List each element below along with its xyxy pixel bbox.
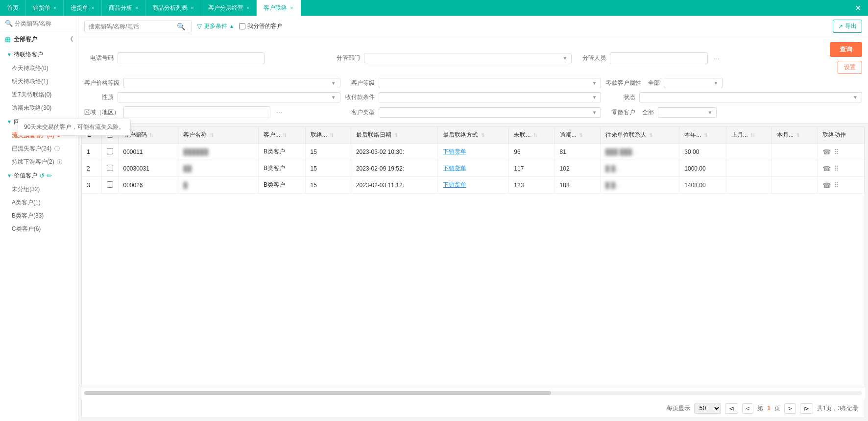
tab-close-customer-segment[interactable]: ×	[246, 5, 249, 11]
scroll-thumb[interactable]	[84, 391, 551, 395]
person-input[interactable]	[610, 52, 708, 64]
status-chevron-icon: ▼	[853, 95, 858, 100]
sidebar-item-today[interactable]: 今天待联络(0)	[0, 62, 78, 75]
sidebar-search-input[interactable]	[15, 20, 73, 27]
data-table: ⚙ 客户编码 ⇅ 客户名称 ⇅	[82, 127, 865, 194]
col-last-month[interactable]: 上月... ⇅	[726, 127, 772, 144]
gender-select[interactable]: ▼	[118, 92, 340, 102]
price-level-select[interactable]: ▼	[123, 78, 340, 88]
col-unit-contact[interactable]: 往来单位联系人 ⇅	[600, 127, 679, 144]
sidebar-item-overdue-contact[interactable]: 逾期未联络(30)	[0, 101, 78, 115]
contact-method-link[interactable]: 下销货单	[443, 148, 466, 155]
type-select[interactable]: ▼	[379, 107, 602, 118]
cell-code: 000026	[118, 177, 178, 194]
col-name[interactable]: 客户名称 ⇅	[178, 127, 259, 144]
row-action-contact-icon[interactable]: ☎	[822, 181, 831, 189]
cell-unit-contact: ███ ███...	[600, 144, 679, 160]
next-page-button[interactable]: >	[784, 403, 796, 414]
tab-sales-order[interactable]: 销货单 ×	[26, 0, 64, 16]
col-overdue[interactable]: 逾期... ⇅	[555, 127, 600, 144]
sidebar-item-tomorrow[interactable]: 明天待联络(1)	[0, 75, 78, 88]
person-more-icon[interactable]: ···	[714, 54, 720, 62]
sidebar-item-class-a[interactable]: A类客户(1)	[0, 196, 78, 209]
region-input[interactable]	[123, 106, 270, 118]
sidebar-group-header-value[interactable]: ▼ 价值客户 ↺ ✏	[0, 169, 78, 183]
tab-close-customer-contact[interactable]: ×	[290, 5, 293, 11]
sidebar-item-churned[interactable]: 已流失客户(24) ⓘ	[0, 142, 78, 155]
col-this-month[interactable]: 本月... ⇅	[772, 127, 818, 144]
settings-button[interactable]: 设置	[838, 61, 862, 74]
cell-overdue: 108	[555, 177, 600, 194]
filter-field-dept: 分管部门 ▼	[331, 53, 572, 63]
sidebar-item-unclassified[interactable]: 未分组(32)	[0, 183, 78, 196]
cell-name: ██████	[178, 144, 259, 160]
sidebar-all-customers[interactable]: ⊞ 全部客户 《	[0, 31, 78, 48]
arrow-icon-problem: ▼	[7, 119, 12, 124]
tab-home[interactable]: 首页	[0, 0, 26, 16]
region-more-icon[interactable]: ···	[276, 108, 282, 116]
horizontal-scrollbar[interactable]	[84, 391, 862, 395]
col-last-contact-date[interactable]: 最后联络日期 ⇅	[351, 127, 437, 144]
tab-purchase-order[interactable]: 进货单 ×	[64, 0, 101, 16]
tab-close-product-analysis-list[interactable]: ×	[191, 5, 193, 11]
my-customers-checkbox[interactable]	[239, 23, 245, 29]
dept-select[interactable]: ▼	[364, 53, 572, 63]
window-close-button[interactable]: ✕	[848, 3, 868, 13]
payment-select[interactable]: ▼	[379, 92, 602, 102]
col-type[interactable]: 客户... ⇅	[259, 127, 306, 144]
phone-input[interactable]	[118, 52, 265, 64]
tab-close-sales-order[interactable]: ×	[53, 5, 56, 11]
col-contact[interactable]: 联络... ⇅	[305, 127, 351, 144]
export-button[interactable]: ↗ 导出	[833, 20, 862, 33]
filter-field-zero-attr: 零款客户属性 全部 ▼	[606, 78, 862, 88]
sidebar-item-class-c[interactable]: C类客户(6)	[0, 223, 78, 236]
query-button[interactable]: 查询	[830, 42, 862, 57]
search-input[interactable]	[89, 23, 177, 30]
more-conditions-btn[interactable]: ▽ 更多条件 ▲	[197, 22, 234, 30]
edit-icon[interactable]: ✏	[47, 172, 52, 179]
contact-method-link[interactable]: 下销货单	[443, 181, 466, 188]
sidebar-item-class-b[interactable]: B类客户(33)	[0, 209, 78, 223]
cell-last-contact-date: 2023-02-09 19:52:	[351, 160, 437, 177]
sidebar-group-header-pending[interactable]: ▼ 待联络客户	[0, 48, 78, 62]
my-customers-checkbox-label[interactable]: 我分管的客户	[239, 22, 283, 30]
cell-uncontacted: 96	[509, 144, 555, 160]
filter-row-3: 性质 ▼ 收付款条件 ▼ 状态	[84, 92, 862, 102]
last-page-button[interactable]: ⊳	[800, 403, 813, 414]
sidebar-search-container: 🔍	[0, 16, 78, 31]
col-uncontacted[interactable]: 未联... ⇅	[509, 127, 555, 144]
zero-customer-select[interactable]: ▼	[658, 107, 717, 118]
payment-chevron-icon: ▼	[592, 95, 597, 100]
search-icon[interactable]: 🔍	[177, 23, 185, 30]
first-page-button[interactable]: ⊲	[725, 403, 738, 414]
tab-close-product-analysis[interactable]: ×	[135, 5, 138, 11]
status-select[interactable]: ▼	[639, 92, 862, 102]
refresh-icon[interactable]: ↺	[39, 172, 45, 179]
tab-customer-segment[interactable]: 客户分层经营 ×	[201, 0, 257, 16]
tab-product-analysis[interactable]: 商品分析 ×	[102, 0, 145, 16]
row-action-more-icon[interactable]: ⠿	[834, 165, 839, 173]
row-checkbox-2[interactable]	[107, 181, 113, 188]
col-last-contact-method[interactable]: 最后联络方式 ⇅	[438, 127, 509, 144]
col-this-year[interactable]: 本年... ⇅	[679, 127, 726, 144]
page-size-select[interactable]: 50 100 200	[694, 403, 721, 414]
tab-product-analysis-list[interactable]: 商品分析列表 ×	[145, 0, 201, 16]
sidebar-search-icon: 🔍	[5, 20, 13, 27]
row-checkbox-1[interactable]	[107, 165, 113, 171]
contact-method-link[interactable]: 下销货单	[443, 165, 466, 172]
row-action-more-icon[interactable]: ⠿	[834, 148, 839, 156]
row-action-contact-icon[interactable]: ☎	[822, 165, 831, 173]
row-action-more-icon[interactable]: ⠿	[834, 181, 839, 189]
table-row: 1 000011 ██████ B类客户 15 2023-03-02 10:30…	[82, 144, 865, 160]
row-action-contact-icon[interactable]: ☎	[822, 148, 831, 156]
prev-page-button[interactable]: <	[742, 403, 754, 414]
sidebar-item-7days[interactable]: 近7天待联络(0)	[0, 88, 78, 101]
level-select[interactable]: ▼	[379, 78, 602, 88]
row-checkbox-0[interactable]	[107, 148, 113, 154]
sidebar-item-declining[interactable]: 持续下滑客户(2) ⓘ	[0, 155, 78, 169]
zero-attr-select[interactable]: ▼	[664, 78, 723, 88]
cell-this-year: 1000.00	[679, 160, 726, 177]
type-chevron-icon: ▼	[592, 110, 597, 115]
tab-close-purchase-order[interactable]: ×	[91, 5, 94, 11]
tab-customer-contact[interactable]: 客户联络 ×	[257, 0, 300, 16]
